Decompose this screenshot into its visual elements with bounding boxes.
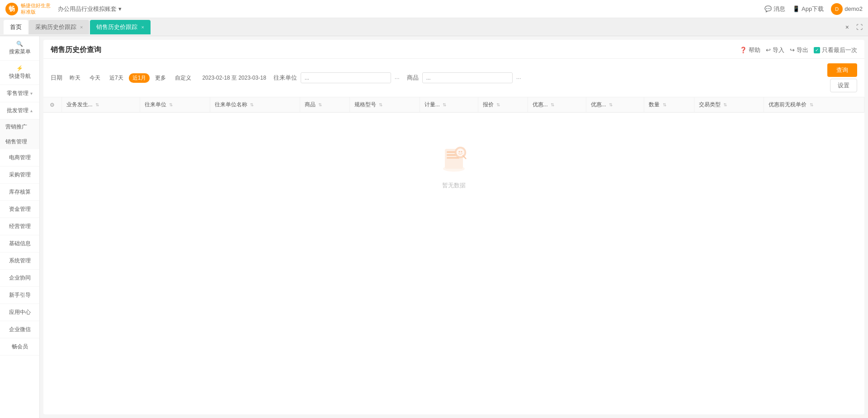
table-col-qty[interactable]: 数量 ⇅: [644, 97, 694, 113]
tab-sales-close[interactable]: ×: [141, 24, 144, 30]
sidebar-item-app-center[interactable]: 应用中心: [0, 304, 39, 321]
avatar: D: [831, 3, 843, 15]
table-col-biz-date[interactable]: 业务发生... ⇅: [61, 97, 140, 113]
top-header: 畅 畅捷信好生意 标准版 办公用品行业模拟账套 ▾ 💬 消息 📱 App下载 D…: [0, 0, 868, 18]
sidebar-item-enterprise[interactable]: 企业协同: [0, 270, 39, 287]
date-label: 日期: [51, 74, 62, 82]
tab-sales-history[interactable]: 销售历史价跟踪 ×: [90, 20, 150, 34]
sidebar-item-newbie[interactable]: 新手引导: [0, 287, 39, 304]
date-btn-7days[interactable]: 近7天: [106, 73, 127, 83]
sidebar-item-search[interactable]: 🔍 搜索菜单: [0, 36, 39, 61]
sidebar-item-ecommerce[interactable]: 电商管理: [0, 149, 39, 166]
sidebar-item-operations[interactable]: 经营管理: [0, 218, 39, 235]
filter-row: 日期 昨天 今天 近7天 近1月 更多 自定义 2023-02-18 至 202…: [43, 59, 864, 97]
sort-icon: ⇅: [551, 102, 554, 107]
empty-illustration: [436, 140, 472, 176]
tab-home-label: 首页: [10, 23, 22, 31]
sidebar-item-finance[interactable]: 资金管理: [0, 201, 39, 218]
sort-icon: ⇅: [609, 102, 613, 107]
sidebar-item-sales-mgmt[interactable]: 销售管理: [0, 134, 39, 149]
partner-label: 往来单位: [274, 74, 297, 82]
app-selector[interactable]: 办公用品行业模拟账套 ▾: [54, 3, 125, 15]
product-picker-btn[interactable]: ···: [516, 75, 521, 81]
page-title: 销售历史价查询: [51, 45, 101, 55]
sort-icon: ⇅: [95, 102, 99, 107]
export-button[interactable]: ↪ 导出: [790, 46, 808, 54]
header-left: 畅 畅捷信好生意 标准版 办公用品行业模拟账套 ▾: [5, 3, 125, 15]
date-btn-1month[interactable]: 近1月: [129, 73, 150, 83]
product-filter-group: 商品 ···: [407, 72, 521, 83]
table-col-trade-type[interactable]: 交易类型 ⇅: [694, 97, 764, 113]
close-all-tabs-button[interactable]: ×: [844, 22, 851, 33]
logo-text: 畅捷信好生意 标准版: [21, 3, 51, 14]
table-container: ⚙ 业务发生... ⇅ 往来单位 ⇅ 往来单位名称 ⇅: [43, 97, 864, 414]
settings-button[interactable]: 设置: [830, 79, 857, 92]
user-profile[interactable]: D demo2: [831, 3, 863, 15]
sidebar-item-marketing[interactable]: 营销推广: [0, 119, 39, 134]
help-icon: ❓: [740, 47, 747, 53]
sidebar-item-basic-info[interactable]: 基础信息: [0, 235, 39, 252]
tab-bar-actions: × ⛶: [844, 22, 864, 33]
table-col-unit[interactable]: 计量... ⇅: [420, 97, 478, 113]
table-col-spec[interactable]: 规格型号 ⇅: [350, 97, 420, 113]
import-icon: ↩: [766, 47, 771, 53]
date-btn-more[interactable]: 更多: [151, 73, 170, 83]
table-col-gear[interactable]: ⚙: [43, 97, 61, 113]
sidebar-item-retail[interactable]: 零售管理 ▾: [0, 85, 39, 102]
empty-state: 暂无数据: [43, 113, 864, 217]
table-col-pre-tax-price[interactable]: 优惠前无税单价 ⇅: [764, 97, 864, 113]
table-col-partner-code[interactable]: 往来单位 ⇅: [140, 97, 210, 113]
sidebar: 🔍 搜索菜单 ⚡ 快捷导航 零售管理 ▾ 批发管理 ▴ 营销推广 销售管理 电商…: [0, 36, 40, 418]
tab-purchase-history[interactable]: 采购历史价跟踪 ×: [29, 20, 89, 34]
checkbox-icon: ✓: [814, 47, 820, 53]
sort-icon: ⇅: [169, 102, 173, 107]
nav-icon: ⚡: [16, 65, 23, 71]
only-last-checkbox[interactable]: ✓ 只看最后一次: [814, 46, 857, 54]
sort-icon: ⇅: [723, 102, 727, 107]
sidebar-item-corp-wechat[interactable]: 企业微信: [0, 321, 39, 338]
svg-point-8: [458, 151, 460, 152]
partner-picker-btn[interactable]: ···: [395, 75, 400, 81]
table-col-quoted-price[interactable]: 报价 ⇅: [478, 97, 528, 113]
help-button[interactable]: ❓ 帮助: [740, 46, 760, 54]
sort-icon: ⇅: [496, 102, 500, 107]
phone-icon: 📱: [793, 5, 800, 12]
logo-icon: 畅: [5, 3, 18, 15]
table-col-discount1[interactable]: 优惠... ⇅: [528, 97, 586, 113]
sidebar-item-system[interactable]: 系统管理: [0, 252, 39, 270]
table-col-discount2[interactable]: 优惠... ⇅: [586, 97, 644, 113]
logo-area: 畅 畅捷信好生意 标准版: [5, 3, 51, 15]
tab-home[interactable]: 首页: [4, 20, 28, 34]
sidebar-item-wholesale[interactable]: 批发管理 ▴: [0, 102, 39, 119]
product-input[interactable]: [422, 72, 513, 83]
page-header-actions: ❓ 帮助 ↩ 导入 ↪ 导出 ✓ 只看最后一次: [740, 46, 857, 54]
product-label: 商品: [407, 74, 419, 82]
date-btn-custom[interactable]: 自定义: [171, 73, 195, 83]
app-download-action[interactable]: 📱 App下载: [793, 5, 824, 13]
date-btn-yesterday[interactable]: 昨天: [66, 73, 84, 83]
empty-text: 暂无数据: [442, 181, 466, 190]
sidebar-item-inventory[interactable]: 库存核算: [0, 184, 39, 201]
chevron-down-icon: ▾: [30, 91, 33, 96]
table-col-partner-name[interactable]: 往来单位名称 ⇅: [210, 97, 300, 113]
date-btn-today[interactable]: 今天: [86, 73, 104, 83]
content-area: 销售历史价查询 ❓ 帮助 ↩ 导入 ↪ 导出 ✓: [40, 36, 868, 418]
message-action[interactable]: 💬 消息: [764, 5, 785, 13]
sort-icon: ⇅: [250, 102, 254, 107]
sidebar-item-member[interactable]: 畅会员: [0, 338, 39, 356]
sort-icon: ⇅: [318, 102, 322, 107]
date-options: 昨天 今天 近7天 近1月 更多 自定义: [66, 73, 195, 83]
search-icon: 🔍: [16, 41, 23, 47]
table-col-product[interactable]: 商品 ⇅: [300, 97, 349, 113]
tab-bar: 首页 采购历史价跟踪 × 销售历史价跟踪 × × ⛶: [0, 18, 868, 36]
fullscreen-button[interactable]: ⛶: [854, 22, 864, 33]
sidebar-item-purchase[interactable]: 采购管理: [0, 166, 39, 184]
date-filter-group: 日期 昨天 今天 近7天 近1月 更多 自定义 2023-02-18 至 202…: [51, 73, 266, 83]
query-button[interactable]: 查询: [827, 63, 857, 77]
main-layout: 🔍 搜索菜单 ⚡ 快捷导航 零售管理 ▾ 批发管理 ▴ 营销推广 销售管理 电商…: [0, 36, 868, 418]
import-button[interactable]: ↩ 导入: [766, 46, 784, 54]
partner-input[interactable]: [301, 72, 391, 83]
sidebar-item-quick-nav[interactable]: ⚡ 快捷导航: [0, 61, 39, 85]
tab-purchase-close[interactable]: ×: [80, 24, 83, 30]
message-icon: 💬: [764, 5, 772, 12]
